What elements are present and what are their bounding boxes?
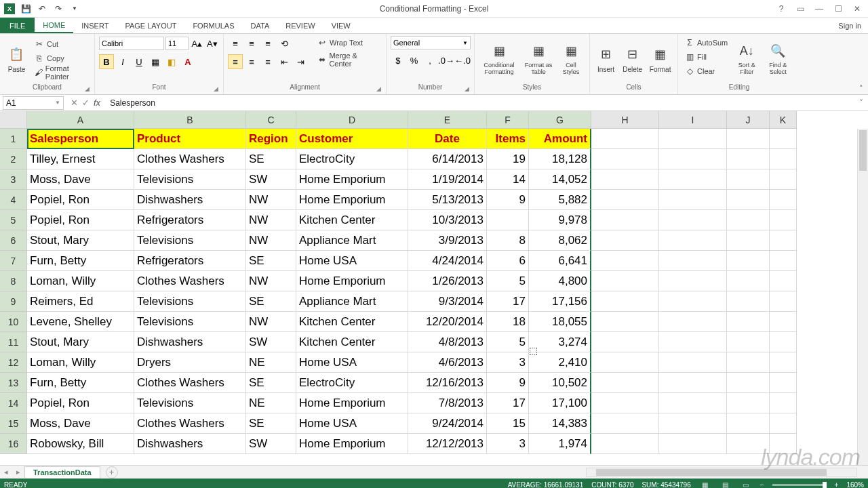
maximize-icon[interactable]: ☐ (831, 2, 845, 16)
header-cell[interactable]: Region (246, 129, 296, 149)
sort-filter-button[interactable]: A↓Sort & Filter (732, 36, 761, 82)
data-cell[interactable]: 12/20/2014 (408, 312, 487, 332)
fill-color-button[interactable]: ◧ (164, 54, 179, 69)
data-cell[interactable]: Moss, Dave (27, 169, 134, 190)
comma-icon[interactable]: , (422, 53, 437, 68)
data-cell[interactable]: SW (246, 332, 296, 352)
align-center-icon[interactable]: ≡ (244, 54, 259, 69)
row-header[interactable]: 6 (0, 230, 27, 251)
empty-cell[interactable] (591, 332, 659, 352)
data-cell[interactable]: 6,641 (529, 251, 591, 271)
data-cell[interactable]: Kitchen Center (296, 332, 408, 352)
formula-input[interactable]: Salesperson (104, 98, 854, 108)
row-header[interactable]: 11 (0, 332, 27, 352)
empty-cell[interactable] (659, 251, 727, 271)
data-cell[interactable]: 3/9/2013 (408, 230, 487, 251)
font-launcher-icon[interactable]: ◢ (214, 85, 222, 94)
data-cell[interactable]: 14 (487, 169, 529, 190)
data-cell[interactable]: 17 (487, 393, 529, 413)
save-icon[interactable]: 💾 (20, 3, 31, 14)
data-cell[interactable]: Refrigerators (134, 251, 246, 271)
cut-button[interactable]: ✂Cut (32, 37, 90, 51)
page-break-view-icon[interactable]: ▭ (740, 480, 752, 488)
tab-insert[interactable]: INSERT (73, 18, 117, 33)
empty-cell[interactable] (591, 230, 659, 251)
bold-button[interactable]: B (99, 54, 114, 69)
delete-cells-button[interactable]: ⊟Delete (620, 36, 644, 82)
data-cell[interactable]: NE (246, 352, 296, 373)
data-cell[interactable]: 4/6/2013 (408, 352, 487, 373)
column-header[interactable]: G (529, 111, 591, 129)
data-cell[interactable]: 18,128 (529, 149, 591, 169)
empty-cell[interactable] (659, 149, 727, 169)
tab-home[interactable]: HOME (35, 18, 73, 33)
data-cell[interactable]: NW (246, 190, 296, 210)
empty-cell[interactable] (770, 291, 797, 312)
empty-cell[interactable] (727, 413, 770, 434)
decrease-decimal-icon[interactable]: ←.0 (455, 53, 470, 68)
horizontal-scrollbar[interactable] (586, 468, 857, 477)
tab-formulas[interactable]: FORMULAS (184, 18, 242, 33)
decrease-font-icon[interactable]: A▾ (205, 36, 220, 51)
data-cell[interactable]: SE (246, 149, 296, 169)
row-header[interactable]: 9 (0, 291, 27, 312)
format-as-table-button[interactable]: ▦Format as Table (522, 36, 555, 82)
empty-cell[interactable] (591, 251, 659, 271)
data-cell[interactable]: Clothes Washers (134, 373, 246, 393)
data-cell[interactable]: 7/8/2013 (408, 393, 487, 413)
data-cell[interactable]: Stout, Mary (27, 230, 134, 251)
data-cell[interactable]: SW (246, 434, 296, 454)
expand-formula-bar-icon[interactable]: ˅ (854, 98, 868, 108)
column-header[interactable]: E (408, 111, 487, 129)
empty-cell[interactable] (659, 291, 727, 312)
clear-button[interactable]: ◇Clear (682, 64, 730, 78)
row-header[interactable]: 15 (0, 413, 27, 434)
border-button[interactable]: ▦ (148, 54, 163, 69)
vscroll-thumb[interactable] (859, 130, 867, 171)
sheet-tab-active[interactable]: TransactionData (24, 466, 100, 478)
empty-cell[interactable] (770, 393, 797, 413)
data-cell[interactable]: 5,882 (529, 190, 591, 210)
data-cell[interactable]: 17,100 (529, 393, 591, 413)
data-cell[interactable]: Clothes Washers (134, 149, 246, 169)
column-header[interactable]: J (727, 111, 770, 129)
data-cell[interactable]: 12/12/2013 (408, 434, 487, 454)
tab-review[interactable]: REVIEW (277, 18, 323, 33)
data-cell[interactable]: Tilley, Ernest (27, 149, 134, 169)
empty-cell[interactable] (659, 413, 727, 434)
sign-in-link[interactable]: Sign in (831, 18, 868, 33)
row-header[interactable]: 5 (0, 210, 27, 230)
zoom-slider[interactable] (772, 484, 827, 486)
column-header[interactable]: F (487, 111, 529, 129)
empty-cell[interactable] (770, 251, 797, 271)
increase-decimal-icon[interactable]: .0→ (439, 53, 454, 68)
data-cell[interactable]: ElectroCity (296, 373, 408, 393)
data-cell[interactable]: Clothes Washers (134, 413, 246, 434)
data-cell[interactable]: 9 (487, 373, 529, 393)
data-cell[interactable]: Dryers (134, 352, 246, 373)
data-cell[interactable]: 1/19/2014 (408, 169, 487, 190)
data-cell[interactable]: 8,062 (529, 230, 591, 251)
empty-cell[interactable] (591, 129, 659, 149)
data-cell[interactable]: 3,274 (529, 332, 591, 352)
merge-center-button[interactable]: ⬌Merge & Center (315, 53, 382, 66)
data-cell[interactable]: 12/16/2013 (408, 373, 487, 393)
header-cell[interactable]: Items (487, 129, 529, 149)
data-cell[interactable]: Televisions (134, 230, 246, 251)
data-cell[interactable]: Clothes Washers (134, 271, 246, 291)
data-cell[interactable]: Stout, Mary (27, 332, 134, 352)
number-format-combo[interactable]: General▼ (391, 36, 471, 49)
empty-cell[interactable] (659, 190, 727, 210)
column-header[interactable]: B (134, 111, 246, 129)
row-header[interactable]: 12 (0, 352, 27, 373)
increase-indent-icon[interactable]: ⇥ (293, 54, 308, 69)
data-cell[interactable]: SE (246, 251, 296, 271)
data-cell[interactable]: Refrigerators (134, 210, 246, 230)
find-select-button[interactable]: 🔍Find & Select (764, 36, 792, 82)
hscroll-thumb[interactable] (596, 469, 827, 476)
row-header[interactable]: 2 (0, 149, 27, 169)
data-cell[interactable]: 9 (487, 190, 529, 210)
empty-cell[interactable] (770, 129, 797, 149)
empty-cell[interactable] (591, 271, 659, 291)
data-cell[interactable]: Home USA (296, 413, 408, 434)
